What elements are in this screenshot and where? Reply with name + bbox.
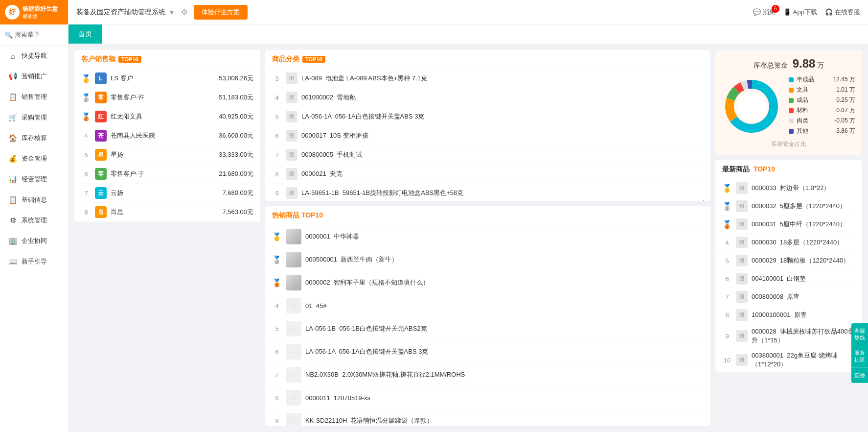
message-btn[interactable]: 💬 消息 6 [753, 8, 776, 17]
product-thumb: 图 [286, 72, 297, 84]
nav-label-home: 快捷导航 [22, 51, 47, 60]
rank-amount: 53,006.26元 [219, 74, 253, 83]
float-service-community[interactable]: 服务社区 [851, 345, 868, 368]
search-menu-btn[interactable]: 🔍 搜索菜单 [5, 28, 63, 41]
customer-rank-row: 🥈 零 零售客户·许 51,183.00元 [74, 88, 260, 107]
system-title-area: 装备及固定资产辅助管理系统 ▼ [76, 8, 175, 17]
sidebar-item-system[interactable]: ⚙系统管理 [0, 210, 68, 231]
sidebar-item-sales[interactable]: 📋销售管理 [0, 87, 68, 107]
trial-btn[interactable]: 体验行业方案 [194, 5, 248, 20]
new-product-img: 图 [736, 309, 748, 321]
customer-rank-row: 6 零 零售客户·于 21,680.00元 [74, 165, 260, 184]
product-row-info: 0000002 智利车子里（规格不知道填什么） [305, 278, 429, 287]
product-category-title: 商品分类 [272, 55, 299, 64]
rank-num: 10 [722, 357, 732, 364]
sidebar-item-marketing[interactable]: 📢营销推广 [0, 66, 68, 87]
legend-name: 肉类 [797, 117, 831, 125]
rank-num: 5 [272, 325, 282, 333]
online-service-label: 在线客服 [835, 8, 860, 17]
sidebar-item-guide[interactable]: 📖新手引导 [0, 251, 68, 272]
dropdown-arrow-icon[interactable]: ▼ [168, 8, 175, 16]
nav-label-finance: 资金管理 [22, 154, 47, 163]
new-product-name: 0000029 18颗粒板（1220*2440） [752, 256, 855, 265]
rank-amount: 40,925.00元 [219, 112, 253, 121]
float-customer-service[interactable]: 客服热线 [851, 323, 868, 346]
customer-rank-row: 7 云 云扬 7,680.00元 [74, 184, 260, 203]
search-icon: 🔍 [5, 31, 13, 39]
nav-label-system: 系统管理 [22, 216, 47, 225]
app-download-btn[interactable]: 📱 App下载 [783, 8, 817, 17]
newest-products-card: 最新商品 TOP10 🥇 图 0000033 封边带（1.0*22） 🥈 图 0… [715, 160, 862, 372]
product-info: LA-089 电池盖 LA-089 ABS本色+黑种 7.1克 [301, 74, 704, 83]
product-img: □ [286, 413, 301, 426]
customer-rank-row: 🥇 L LS 客户 53,006.26元 [74, 69, 260, 88]
new-product-name: 0000031 5厘中纤（1220*2440） [752, 220, 855, 229]
medal-icon: 🥈 [81, 93, 91, 102]
float-live[interactable]: 直播 [851, 368, 868, 383]
nav-label-purchase: 采购管理 [22, 113, 47, 122]
hot-product-row: 9 □ KK-SD22110H 花语萌恒温分罐罐袋（厚款） [265, 409, 710, 426]
new-product-img: 图 [736, 273, 748, 285]
medal-icon: 🥈 [272, 255, 282, 264]
medal-icon: 🥇 [81, 74, 91, 83]
new-product-row: 4 图 0000030 18多层（1220*2440） [715, 234, 862, 252]
nav-label-marketing: 营销推广 [22, 72, 47, 81]
legend-dot [789, 129, 794, 134]
product-category-row: 3 图 LA-089 电池盖 LA-089 ABS本色+黑种 7.1克 [265, 69, 710, 88]
float-buttons: 客服热线 服务社区 直播 [851, 323, 868, 383]
product-category-card: 商品分类 TOP10 3 图 LA-089 电池盖 LA-089 ABS本色+黑… [265, 50, 710, 201]
chart-area: 半成品 12.45 万 文具 1.01 万 成品 0.25 万 材料 0.07 … [722, 75, 855, 137]
sidebar-logo: 好 畅捷通好生意 标准版 [0, 0, 68, 24]
customer-rank-row: 🥉 红 红太阳文具 40,925.00元 [74, 107, 260, 126]
rank-name: 苍南县人民医院 [111, 131, 215, 140]
legend-item: 文具 1.01 万 [789, 86, 855, 94]
nav-label-enterprise: 企业协同 [22, 237, 47, 245]
message-badge: 6 [772, 5, 779, 13]
customer-ranking-header: 客户销售额 TOP10 [74, 50, 260, 69]
topbar-gear-icon[interactable]: ⚙ [181, 7, 188, 17]
rank-num: 9 [272, 417, 282, 425]
sidebar-item-inventory[interactable]: 🏠库存核算 [0, 128, 68, 148]
legend-name: 文具 [797, 86, 833, 94]
new-product-name: 0000032 5厘多层（1220*2440） [752, 202, 855, 211]
rank-num: 7 [722, 293, 732, 301]
sidebar-item-finance[interactable]: 💰资金管理 [0, 148, 68, 169]
legend-dot [789, 119, 794, 123]
tab-home[interactable]: 首页 [69, 24, 102, 44]
headset-icon: 🎧 [825, 8, 833, 16]
legend-dot [789, 98, 794, 103]
rank-avatar: 零 [95, 92, 107, 103]
customer-rank-row: 8 肖 肖总 7,563.00元 [74, 203, 260, 222]
rank-num: 8 [81, 209, 91, 216]
product-img [286, 252, 301, 267]
rank-name: 星扬 [111, 150, 215, 159]
sidebar-item-enterprise[interactable]: 🏢企业协同 [0, 231, 68, 251]
new-product-img: 图 [736, 255, 748, 266]
medal-icon: 🥇 [272, 232, 282, 241]
legend-item: 成品 0.25 万 [789, 96, 855, 104]
legend-val: 12.45 万 [833, 75, 855, 84]
nav-icon-base: 📋 [8, 195, 18, 204]
hot-product-row: 8 □ 0000011 12070519-xs [265, 386, 710, 409]
sidebar-item-home[interactable]: ⌂快捷导航 [0, 46, 68, 66]
legend-dot [789, 88, 794, 93]
product-category-badge: TOP10 [302, 56, 325, 63]
sidebar-item-operation[interactable]: 📊经营管理 [0, 169, 68, 190]
app-download-label: App下载 [793, 8, 817, 17]
rank-amount: 33,333.00元 [219, 150, 253, 159]
nav-icon-guide: 📖 [8, 257, 18, 266]
main-area: 装备及固定资产辅助管理系统 ▼ ⚙ 体验行业方案 💬 消息 6 📱 App下载 … [69, 0, 868, 432]
product-row-info: LA-056-1A 056-1A白色按键开关盖ABS 3克 [305, 347, 428, 356]
rank-num: 4 [272, 94, 282, 101]
app-subtitle: 标准版 [23, 13, 58, 20]
sidebar-item-base[interactable]: 📋基础信息 [0, 190, 68, 210]
rank-name: 零售客户·许 [111, 93, 215, 102]
middle-panel: 商品分类 TOP10 3 图 LA-089 电池盖 LA-089 ABS本色+黑… [260, 50, 715, 426]
product-category-row: 9 图 LA-59651-1B 59651-1B旋转投影灯电池盒ABS黑色+58… [265, 184, 710, 201]
hot-products-title: 热销商品 TOP10 [272, 211, 323, 220]
online-service-btn[interactable]: 🎧 在线客服 [825, 8, 860, 17]
svg-point-6 [737, 92, 766, 121]
sidebar-item-purchase[interactable]: 🛒采购管理 [0, 107, 68, 128]
rank-avatar: L [95, 72, 107, 84]
new-product-name: 0000030 18多层（1220*2440） [752, 238, 855, 247]
